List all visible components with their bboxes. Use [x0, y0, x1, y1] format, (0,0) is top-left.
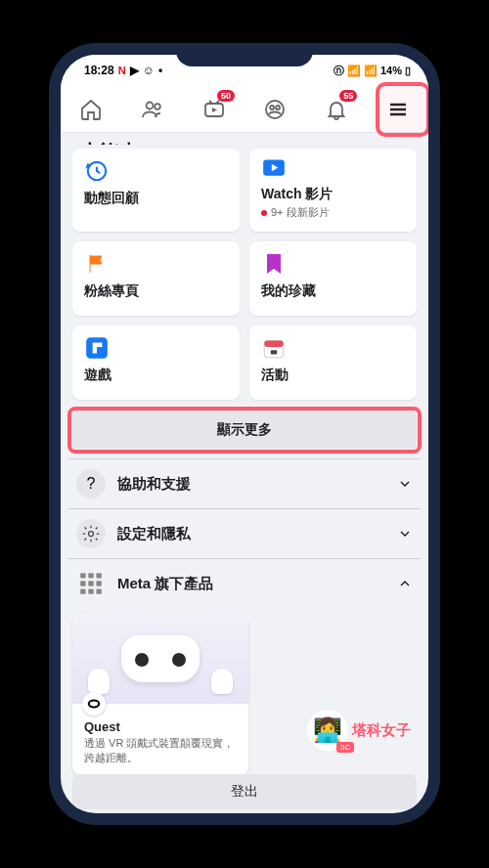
- clock-rewind-icon: [84, 158, 110, 184]
- svg-rect-17: [88, 573, 93, 578]
- quest-title: Quest: [84, 719, 237, 734]
- card-label: 遊戲: [84, 367, 228, 384]
- tab-notifications[interactable]: 55: [306, 86, 368, 132]
- logout-label: 登出: [231, 783, 258, 799]
- battery-icon: ▯: [405, 65, 411, 77]
- help-icon: ?: [76, 469, 106, 499]
- more-icon: •: [158, 64, 162, 77]
- section-meta[interactable]: Meta 旗下產品: [72, 559, 417, 608]
- friends-icon: [141, 98, 164, 121]
- bookmark-icon: [261, 251, 287, 277]
- tab-watch[interactable]: 50: [183, 86, 244, 132]
- watch-badge: 50: [217, 90, 235, 102]
- wifi-icon: 📶: [347, 65, 361, 77]
- section-label: 協助和支援: [117, 475, 385, 494]
- quest-desc: 透過 VR 頭戴式裝置顛覆現實，跨越距離。: [84, 736, 237, 766]
- card-label: 動態回顧: [84, 190, 228, 207]
- app-icon: ☺: [143, 64, 155, 77]
- show-more-highlight: [67, 407, 422, 454]
- card-label: 活動: [261, 367, 405, 384]
- svg-rect-22: [80, 588, 85, 593]
- svg-rect-18: [96, 573, 101, 578]
- card-label: 粉絲專頁: [84, 282, 228, 300]
- watermark: 👩‍💻 塔科女子 3C: [307, 710, 411, 751]
- card-saved[interactable]: 我的珍藏: [249, 241, 417, 316]
- chevron-up-icon: [397, 576, 413, 591]
- gaming-icon: [84, 335, 110, 361]
- svg-point-4: [270, 106, 274, 109]
- svg-rect-14: [271, 350, 278, 354]
- card-label: Watch 影片: [261, 186, 405, 203]
- card-gaming[interactable]: 遊戲: [72, 326, 240, 400]
- card-watch[interactable]: Watch 影片 9+ 段新影片: [249, 149, 417, 232]
- svg-rect-20: [88, 581, 93, 586]
- quest-image: [72, 614, 248, 704]
- page-title: 功能表: [72, 137, 417, 145]
- flag-icon: [84, 251, 110, 277]
- watermark-sub: 3C: [336, 742, 354, 753]
- battery-percent: 14%: [380, 65, 402, 76]
- nfc-icon: ⓝ: [333, 64, 344, 78]
- tab-groups[interactable]: [244, 86, 306, 132]
- svg-point-25: [89, 701, 100, 708]
- svg-point-3: [266, 101, 284, 118]
- svg-point-5: [276, 106, 280, 109]
- section-label: 設定和隱私: [117, 525, 385, 543]
- calendar-icon: [261, 335, 287, 361]
- svg-rect-23: [88, 588, 93, 593]
- netflix-icon: N: [118, 65, 126, 76]
- watermark-text: 塔科女子: [352, 721, 411, 740]
- quest-card[interactable]: Quest 透過 VR 頭戴式裝置顛覆現實，跨越距離。: [72, 614, 248, 776]
- section-label: Meta 旗下產品: [117, 575, 385, 593]
- tab-home[interactable]: [61, 86, 122, 132]
- menu-highlight-box: [376, 82, 428, 137]
- card-sub: 9+ 段新影片: [261, 205, 405, 220]
- svg-rect-16: [80, 573, 85, 578]
- gear-icon: [76, 519, 106, 548]
- meta-grid-icon: [76, 569, 106, 598]
- top-tab-bar: 50 55: [61, 86, 428, 133]
- signal-icon: 📶: [364, 65, 378, 77]
- home-icon: [79, 98, 103, 121]
- section-help[interactable]: ? 協助和支援: [72, 459, 417, 508]
- svg-rect-21: [96, 581, 101, 586]
- card-pages[interactable]: 粉絲專頁: [72, 241, 240, 316]
- tab-menu[interactable]: [367, 86, 428, 132]
- youtube-icon: ▶: [130, 64, 139, 77]
- oculus-icon: [82, 692, 106, 716]
- card-events[interactable]: 活動: [249, 326, 417, 400]
- svg-point-0: [147, 102, 154, 108]
- notif-badge: 55: [339, 90, 357, 102]
- svg-rect-24: [96, 588, 101, 593]
- status-time: 18:28: [84, 64, 114, 77]
- section-settings[interactable]: 設定和隱私: [72, 509, 417, 558]
- watch-icon: [261, 154, 287, 180]
- chevron-down-icon: [397, 526, 413, 542]
- svg-rect-19: [80, 581, 85, 586]
- tab-friends[interactable]: [122, 86, 184, 132]
- chevron-down-icon: [397, 476, 413, 492]
- groups-icon: [263, 98, 287, 121]
- svg-point-1: [155, 104, 160, 109]
- logout-button[interactable]: 登出: [72, 774, 417, 809]
- card-label: 我的珍藏: [261, 282, 405, 300]
- svg-rect-13: [264, 340, 284, 347]
- card-memories[interactable]: 動態回顧: [72, 149, 240, 232]
- svg-point-15: [89, 532, 94, 537]
- show-more-button[interactable]: 顯示更多: [72, 412, 417, 449]
